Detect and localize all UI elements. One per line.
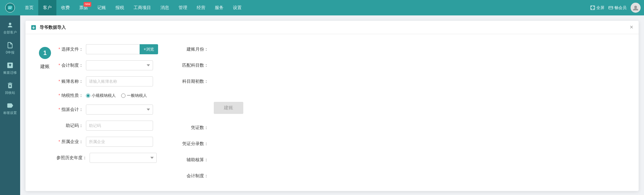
sidebar-item-recycle[interactable]: 回收站	[0, 78, 20, 99]
fullscreen-button[interactable]: 全屏	[590, 5, 604, 11]
tax-option-general[interactable]: 一般纳税人	[121, 93, 147, 99]
dialog-body: 1 建账 选择文件： +浏览 会计制度：	[26, 34, 639, 191]
dialog-import: 导爷数据导入 × 1 建账 选择文件： +浏览	[26, 21, 639, 191]
memo-label: 助记码：	[56, 123, 83, 129]
dialog-close-button[interactable]: ×	[630, 24, 633, 30]
user-avatar[interactable]	[631, 3, 641, 13]
step-label: 建账	[40, 64, 50, 70]
ledger-input[interactable]	[86, 76, 153, 86]
company-label: 所属企业：	[56, 139, 83, 145]
nav-right-section: 全屏 畅会员	[590, 3, 641, 13]
file-label: 选择文件：	[56, 46, 83, 52]
nav-item-billing[interactable]: 收费	[56, 0, 75, 15]
month-label: 建账月份：	[178, 46, 208, 52]
browse-button[interactable]: +浏览	[140, 44, 158, 54]
svg-rect-2	[609, 6, 613, 9]
info-row-month: 建账月份：	[178, 44, 279, 54]
voucher-label: 凭证数：	[178, 125, 208, 131]
svg-point-3	[634, 6, 637, 8]
form-row-accounting: 会计制度：	[56, 60, 158, 70]
nav-item-settings[interactable]: 设置	[228, 0, 246, 15]
sidebar: 全部客户 0申报 账套迁移 回收站 标签设置	[0, 15, 20, 195]
info-row-accounting-system: 会计制度：	[178, 171, 279, 181]
step-number: 1	[39, 47, 51, 59]
form-row-company: 所属企业：	[56, 137, 158, 147]
vip-button[interactable]: 畅会员	[608, 5, 627, 11]
tax-label: 纳税性质：	[56, 92, 83, 99]
svg-rect-1	[591, 6, 595, 10]
main-content: 导爷数据导入 × 1 建账 选择文件： +浏览	[20, 15, 644, 195]
ledger-label: 账簿名称：	[56, 78, 83, 84]
file-input[interactable]	[86, 44, 140, 54]
form-row-memo: 助记码：	[56, 121, 158, 131]
nav-item-home[interactable]: 首页	[20, 0, 38, 15]
match-label: 匹配科目数：	[178, 62, 208, 68]
form-row-accountant: 指派会计：	[56, 105, 158, 115]
nav-item-message[interactable]: 消息	[156, 0, 174, 15]
accountant-label: 指派会计：	[56, 107, 83, 113]
import-icon	[31, 24, 38, 30]
info-row-aux: 辅助核算：	[178, 155, 279, 165]
nav-item-tax[interactable]: 报税	[111, 0, 129, 15]
nav-item-management[interactable]: 管理	[174, 0, 192, 15]
nav-item-account[interactable]: 记账	[93, 0, 111, 15]
info-row-voucher: 凭证数：	[178, 123, 279, 133]
history-label: 参照历史年度：	[56, 155, 87, 161]
info-row-period: 科目期初数：	[178, 76, 279, 86]
nav-item-customer[interactable]: 客户	[38, 0, 56, 15]
sidebar-item-account-migration[interactable]: 账套迁移	[0, 58, 20, 78]
nav-item-invoice[interactable]: 票据 new	[75, 0, 93, 15]
info-row-voucher-entries: 凭证分录数：	[178, 139, 279, 149]
info-row-match: 匹配科目数：	[178, 60, 279, 70]
aux-label: 辅助核算：	[178, 157, 208, 163]
nav-item-business[interactable]: 工商项目	[129, 0, 156, 15]
accountant-select[interactable]	[86, 105, 153, 115]
form-row-file: 选择文件： +浏览	[56, 44, 158, 54]
memo-input[interactable]	[86, 121, 153, 131]
top-navigation: 首页 客户 收费 票据 new 记账 报税 工商项目 消息 管理 经营 服务 设…	[0, 0, 644, 15]
form-row-history: 参照历史年度：	[56, 153, 158, 163]
nav-item-operation[interactable]: 经营	[192, 0, 210, 15]
tax-option-small[interactable]: 小规模纳税人	[86, 93, 116, 99]
history-select[interactable]	[90, 153, 157, 163]
period-label: 科目期初数：	[178, 78, 208, 84]
sidebar-item-all-customers[interactable]: 全部客户	[0, 18, 20, 38]
build-account-button[interactable]: 建账	[214, 102, 243, 114]
nav-item-service[interactable]: 服务	[210, 0, 228, 15]
dialog-header: 导爷数据导入	[26, 21, 639, 34]
form-row-ledger: 账簿名称：	[56, 76, 158, 86]
company-input[interactable]	[86, 137, 153, 147]
accounting-select[interactable]	[86, 60, 153, 70]
tax-radio-group: 小规模纳税人 一般纳税人	[86, 93, 147, 99]
dialog-title: 导爷数据导入	[40, 24, 66, 30]
voucher-entries-label: 凭证分录数：	[178, 141, 208, 147]
accounting-system-label: 会计制度：	[178, 173, 208, 179]
new-badge: new	[84, 2, 91, 7]
sidebar-item-tag-settings[interactable]: 标签设置	[0, 99, 20, 119]
form-row-tax: 纳税性质： 小规模纳税人 一般纳税人	[56, 92, 158, 99]
accounting-label: 会计制度：	[56, 62, 83, 68]
sidebar-item-declaration[interactable]: 0申报	[0, 38, 20, 58]
info-section: 建账月份： 匹配科目数： 科目期初数： 建账	[178, 44, 279, 181]
app-logo	[3, 1, 17, 14]
form-section: 选择文件： +浏览 会计制度：	[56, 44, 158, 163]
file-input-group: +浏览	[86, 44, 158, 54]
